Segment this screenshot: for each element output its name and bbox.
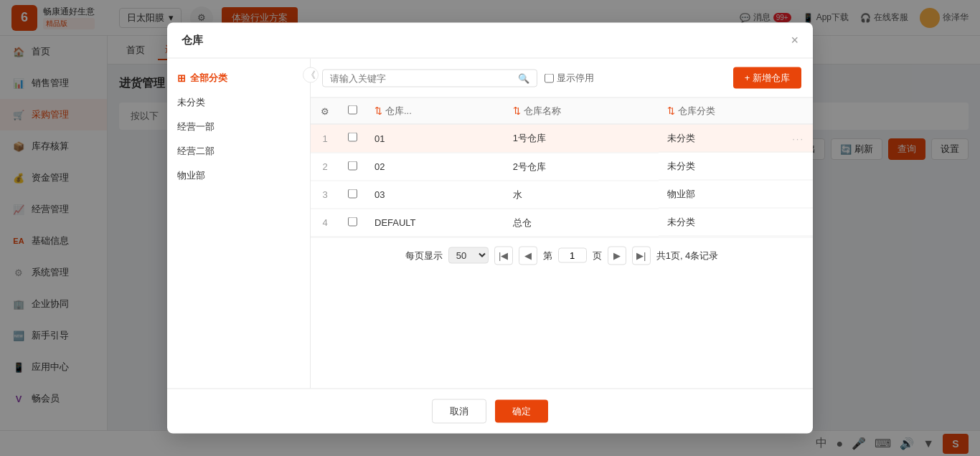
warehouse-table: ⚙ ⇅仓库... ⇅仓库名称 [311,98,813,237]
row-code: 02 [366,153,504,181]
select-all-checkbox[interactable] [348,105,357,115]
page-input[interactable] [558,248,587,263]
row-checkbox[interactable] [348,133,357,142]
prev-page-button[interactable]: ◀ [519,246,537,265]
warehouse-modal: 仓库 × ⊞ 全部分类 《 未分类 经营一部 经营二部 物业部 🔍 [167,23,813,434]
row-action-cell: 2 [311,153,339,181]
row-name: 1号仓库 [504,124,659,153]
row-action-dots[interactable]: ··· [792,133,804,143]
row-num: 4 [322,217,327,228]
row-name: 2号仓库 [504,153,659,181]
modal-body: ⊞ 全部分类 《 未分类 经营一部 经营二部 物业部 🔍 显示停用 [167,59,813,389]
category-item-property[interactable]: 物业部 [167,163,310,188]
row-num: 2 [322,161,327,172]
table-row: 3 03 水 物业部 [311,181,813,209]
row-checkbox-cell [339,209,366,237]
table-row: 4 DEFAULT 总仓 未分类 [311,209,813,237]
category-all-button[interactable]: ⊞ 全部分类 [167,66,310,90]
pagination: 每页显示 50 10 20 100 |◀ ◀ 第 页 ▶ ▶| 共1页, 4条记… [311,237,813,273]
table-header-row: ⚙ ⇅仓库... ⇅仓库名称 [311,98,813,124]
category-item-operations1[interactable]: 经营一部 [167,115,310,139]
col-code: ⇅仓库... [366,98,504,124]
per-page-label: 每页显示 [405,249,443,262]
modal-close-button[interactable]: × [791,33,798,48]
row-checkbox[interactable] [348,189,357,198]
cancel-button[interactable]: 取消 [432,399,486,424]
confirm-button[interactable]: 确定 [495,400,548,423]
page-suffix-label: 页 [593,249,602,262]
row-checkbox[interactable] [348,217,357,226]
row-category: 物业部 [659,181,813,209]
total-records-label: 共1页, 4条记录 [656,249,719,262]
show-disabled-label: 显示停用 [545,72,594,85]
per-page-select[interactable]: 50 10 20 100 [448,247,489,264]
table-toolbar: 🔍 显示停用 + 新增仓库 [311,59,813,98]
category-item-operations2[interactable]: 经营二部 [167,139,310,163]
row-category: 未分类 ··· [659,125,813,153]
collapse-icon: 《 [306,69,316,82]
category-panel: ⊞ 全部分类 《 未分类 经营一部 经营二部 物业部 [167,59,311,389]
row-code: DEFAULT [366,209,504,237]
col-gear-icon: ⚙ [321,105,329,116]
col-name: ⇅仓库名称 [504,98,659,124]
table-container: ⚙ ⇅仓库... ⇅仓库名称 [311,98,813,237]
next-page-button[interactable]: ▶ [608,246,626,265]
category-collapse-button[interactable]: 《 [303,67,319,83]
modal-footer: 取消 确定 [167,389,813,434]
category-item-unclassified[interactable]: 未分类 [167,90,310,115]
row-checkbox-cell [339,153,366,181]
row-checkbox-cell [339,124,366,153]
col-category: ⇅仓库分类 [659,98,813,124]
col-gear: ⚙ [311,98,339,124]
row-action-cell: 4 [311,209,339,237]
modal-header: 仓库 × [167,23,813,59]
category-all-label: 全部分类 [190,72,227,85]
table-row: 2 02 2号仓库 未分类 [311,153,813,181]
grid-icon: ⊞ [177,72,186,84]
table-panel: 🔍 显示停用 + 新增仓库 ⚙ [311,59,813,389]
search-input[interactable] [330,72,514,83]
search-icon[interactable]: 🔍 [518,72,529,83]
row-code: 01 [366,124,504,153]
last-page-button[interactable]: ▶| [632,246,651,265]
page-label: 第 [543,249,552,262]
table-row: 1 01 1号仓库 未分类 ··· [311,124,813,153]
search-box: 🔍 [322,69,537,87]
row-num: 3 [322,189,327,200]
col-checkbox [339,98,366,124]
show-disabled-checkbox[interactable] [545,73,554,82]
sort-icon: ⇅ [667,105,675,116]
sort-icon: ⇅ [513,105,521,116]
row-num: 1 [322,133,327,143]
row-name: 总仓 [504,209,659,237]
row-action-cell: 1 [311,124,339,153]
row-category: 未分类 [659,209,813,237]
row-code: 03 [366,181,504,209]
add-warehouse-button[interactable]: + 新增仓库 [733,67,801,89]
row-checkbox-cell [339,181,366,209]
row-name: 水 [504,181,659,209]
row-category: 未分类 [659,153,813,181]
row-checkbox[interactable] [348,161,357,170]
first-page-button[interactable]: |◀ [494,246,513,265]
modal-title: 仓库 [182,34,203,47]
sort-icon: ⇅ [374,105,382,116]
row-action-cell: 3 [311,181,339,209]
